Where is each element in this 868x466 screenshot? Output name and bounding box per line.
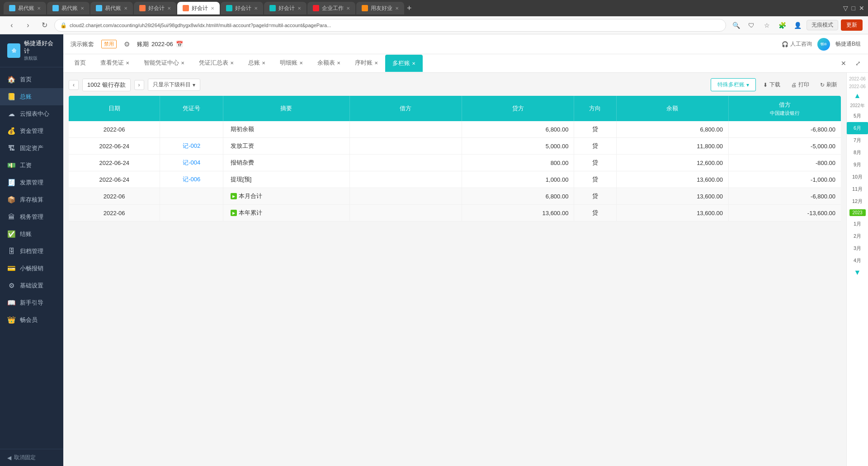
sidebar-item-tax[interactable]: 🏛 税务管理 <box>0 208 63 226</box>
sidebar-item-archive[interactable]: 🗄 归档管理 <box>0 243 63 260</box>
shield-icon[interactable]: 🛡 <box>745 19 758 32</box>
voucher-link[interactable]: 记-006 <box>183 176 200 183</box>
tab-add-button[interactable]: + <box>407 4 412 13</box>
voucher-link[interactable]: 记-004 <box>183 159 200 166</box>
cell-credit: 800.00 <box>462 155 574 171</box>
tab-general-ledger[interactable]: 总账 ✕ <box>241 54 273 72</box>
tab-close-smart-voucher[interactable]: ✕ <box>181 61 184 66</box>
account-prev-button[interactable]: ‹ <box>69 80 79 90</box>
cal-month-9[interactable]: 9月 <box>847 159 868 171</box>
account-next-button[interactable]: › <box>134 80 144 90</box>
tab-close-2[interactable]: ✕ <box>80 6 84 11</box>
tab-yidaizhang-3[interactable]: 易代账 ✕ <box>90 2 133 14</box>
close-window-icon[interactable]: ✕ <box>859 5 864 12</box>
tab-close-multi[interactable]: ✕ <box>412 61 415 66</box>
sidebar-item-expense[interactable]: 💳 小畅报销 <box>0 260 63 277</box>
sidebar-item-guide[interactable]: 📖 新手引导 <box>0 294 63 311</box>
archive-icon: 🗄 <box>7 247 15 255</box>
tab-journal[interactable]: 序时账 ✕ <box>348 54 385 72</box>
voucher-link[interactable]: 记-002 <box>183 142 200 149</box>
tab-detail-ledger[interactable]: 明细账 ✕ <box>273 54 310 72</box>
tab-close-view-voucher[interactable]: ✕ <box>126 61 129 66</box>
sub-filter-dropdown[interactable]: 只显示下级科目 ▾ <box>148 79 200 91</box>
sidebar-item-home[interactable]: 🏠 首页 <box>0 71 63 88</box>
back-button[interactable]: ‹ <box>5 19 18 32</box>
extensions-icon[interactable]: 🧩 <box>776 19 788 32</box>
sidebar-item-member[interactable]: 👑 畅会员 <box>0 311 63 329</box>
gear-icon[interactable]: ⚙ <box>124 40 130 48</box>
cal-month-6[interactable]: 6月 <box>847 122 868 134</box>
tab-haokuaiji-1[interactable]: 好会计 ✕ <box>134 2 176 14</box>
tab-close-detail[interactable]: ✕ <box>299 61 303 66</box>
tab-expand-button[interactable]: ⤢ <box>852 57 864 70</box>
profile-icon[interactable]: 👤 <box>791 19 804 32</box>
update-button[interactable]: 更新 <box>841 19 863 31</box>
print-button[interactable]: 🖨 打印 <box>788 79 813 91</box>
tab-close-6[interactable]: ✕ <box>254 6 258 11</box>
tab-close-general[interactable]: ✕ <box>262 61 265 66</box>
cal-month-4[interactable]: 4月 <box>847 254 868 267</box>
cal-month-10[interactable]: 10月 <box>847 171 868 183</box>
tab-close-9[interactable]: ✕ <box>395 6 399 11</box>
cal-month-11[interactable]: 11月 <box>847 183 868 195</box>
tab-balance-sheet[interactable]: 余额表 ✕ <box>310 54 348 72</box>
sidebar-item-invoice[interactable]: 🧾 发票管理 <box>0 174 63 191</box>
sidebar-item-reports[interactable]: ☁ 云报表中心 <box>0 105 63 122</box>
sidebar-item-ledger[interactable]: 📒 总账 <box>0 88 63 105</box>
cal-month-8[interactable]: 8月 <box>847 146 868 159</box>
tab-haokuaiji-3[interactable]: 好会计 ✕ <box>221 2 263 14</box>
sidebar-item-close-period[interactable]: ✅ 结账 <box>0 226 63 243</box>
sidebar-item-salary[interactable]: 💵 工资 <box>0 157 63 174</box>
sidebar-item-finance[interactable]: 💰 资金管理 <box>0 122 63 140</box>
user-avatar[interactable]: 畅B <box>817 38 830 51</box>
star-icon[interactable]: ☆ <box>760 19 773 32</box>
tab-collapse-button[interactable]: ✕ <box>837 57 850 70</box>
tab-close-balance[interactable]: ✕ <box>337 61 340 66</box>
refresh-button[interactable]: ↻ 刷新 <box>816 79 841 91</box>
tab-close-7[interactable]: ✕ <box>297 6 301 11</box>
wuhen-mode-button[interactable]: 无痕模式 <box>807 20 838 30</box>
calendar-up-button[interactable]: ▲ <box>852 90 863 102</box>
user-service-button[interactable]: 🎧 人工咨询 <box>782 40 812 48</box>
sidebar-item-inventory[interactable]: 📦 库存核算 <box>0 191 63 208</box>
restore-icon[interactable]: □ <box>852 5 855 12</box>
tab-close-5[interactable]: ✕ <box>211 6 214 11</box>
tab-yonyou[interactable]: 用友好业 ✕ <box>356 2 404 14</box>
cell-credit: 6,800.00 <box>462 188 574 205</box>
tab-close-3[interactable]: ✕ <box>124 6 127 11</box>
tab-close-4[interactable]: ✕ <box>167 6 171 11</box>
tab-haokuaiji-4[interactable]: 好会计 ✕ <box>264 2 307 14</box>
forward-button[interactable]: › <box>22 19 34 32</box>
tab-smart-voucher[interactable]: 智能凭证中心 ✕ <box>137 54 192 72</box>
tab-close-voucher-summary[interactable]: ✕ <box>230 61 234 66</box>
url-bar[interactable]: 🔒 cloud2.chanjet.com/accounting/uh26t264… <box>54 19 726 32</box>
cal-month-7[interactable]: 7月 <box>847 134 868 146</box>
cal-month-5[interactable]: 5月 <box>847 110 868 122</box>
tab-home[interactable]: 首页 <box>67 54 93 72</box>
sidebar-item-assets[interactable]: 🏗 固定资产 <box>0 140 63 157</box>
tab-haokuaiji-2[interactable]: 好会计 ✕ <box>177 2 220 14</box>
tab-voucher-summary[interactable]: 凭证汇总表 ✕ <box>192 54 241 72</box>
download-button[interactable]: ⬇ 下载 <box>760 79 784 91</box>
tab-close-1[interactable]: ✕ <box>37 6 41 11</box>
tab-yidaizhang-1[interactable]: 易代账 ✕ <box>4 2 46 14</box>
calendar-icon[interactable]: 📅 <box>176 41 183 47</box>
cal-month-1[interactable]: 1月 <box>847 218 868 230</box>
tab-view-voucher[interactable]: 查看凭证 ✕ <box>93 54 137 72</box>
sidebar-pin-toggle[interactable]: ◀ 取消固定 <box>0 449 63 466</box>
cal-month-12[interactable]: 12月 <box>847 195 868 207</box>
calendar-down-button[interactable]: ▼ <box>852 267 863 278</box>
tab-close-8[interactable]: ✕ <box>346 6 350 11</box>
tab-yidaizhang-2[interactable]: 易代账 ✕ <box>47 2 90 14</box>
minimize-icon[interactable]: ▽ <box>843 5 848 12</box>
tab-close-journal[interactable]: ✕ <box>374 61 378 66</box>
special-multi-col-button[interactable]: 特殊多栏账 ▾ <box>711 78 756 91</box>
tab-enterprise[interactable]: 企业工作 ✕ <box>307 2 355 14</box>
search-icon[interactable]: 🔍 <box>730 19 742 32</box>
sidebar-item-settings[interactable]: ⚙ 基础设置 <box>0 277 63 294</box>
cal-month-2[interactable]: 2月 <box>847 230 868 242</box>
cell-balance: 13,600.00 <box>616 188 728 205</box>
reload-button[interactable]: ↻ <box>38 19 51 32</box>
cal-month-3[interactable]: 3月 <box>847 242 868 254</box>
tab-multi-column[interactable]: 多栏账 ✕ <box>385 55 423 72</box>
